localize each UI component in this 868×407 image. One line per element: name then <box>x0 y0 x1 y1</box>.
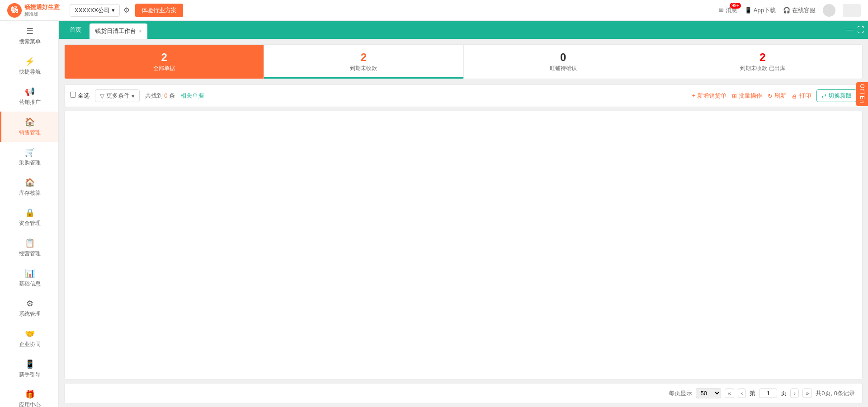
stat-tab-overdue[interactable]: 2 到期未收款 <box>264 45 463 79</box>
sidebar-label-app-center: 应用中心 <box>19 401 41 407</box>
experience-button[interactable]: 体验行业方案 <box>135 4 183 17</box>
message-button[interactable]: ✉ 消息 99+ <box>719 6 737 14</box>
sidebar-label-basic-info: 基础信息 <box>19 280 41 288</box>
batch-operation-button[interactable]: ⊞ 批量操作 <box>732 92 762 100</box>
settings-icon[interactable]: ⚙ <box>123 6 130 14</box>
toolbar-left: 全选 ▽ 更多条件 ▾ 共找到 0 条 相关单据 <box>70 89 204 102</box>
marketing-icon: 📢 <box>25 87 35 97</box>
refresh-icon: ↻ <box>768 93 773 99</box>
switch-version-button[interactable]: ⇄ 切换新版 <box>816 89 857 102</box>
sidebar-item-purchase[interactable]: 🛒 采购管理 <box>0 142 58 172</box>
tab-home[interactable]: 首页 <box>62 21 89 39</box>
new-sales-order-button[interactable]: + 新增销货单 <box>692 92 726 100</box>
select-all-label[interactable]: 全选 <box>70 92 90 100</box>
system-icon: ⚙ <box>26 299 33 309</box>
tab-active[interactable]: 钱货日清工作台 × <box>90 23 147 39</box>
total-info: 共0页, 0条记录 <box>816 389 855 398</box>
basic-info-icon: 📊 <box>25 268 35 278</box>
avatar[interactable] <box>823 4 835 17</box>
last-page-button[interactable]: » <box>802 388 812 398</box>
refresh-button[interactable]: ↻ 刷新 <box>768 92 786 100</box>
stat-num-overdue-out: 2 <box>667 51 859 64</box>
user-name-area[interactable] <box>843 4 861 17</box>
prev-page-button[interactable]: ‹ <box>738 388 746 398</box>
sidebar-label-guide: 新手引导 <box>19 371 41 379</box>
page-number-input[interactable] <box>759 388 777 398</box>
tab-bar-actions: — ⛶ <box>846 26 864 34</box>
found-count: 0 <box>164 92 167 99</box>
found-text: 共找到 0 条 <box>145 92 175 100</box>
switch-icon: ⇄ <box>821 93 826 99</box>
filter-icon: ▽ <box>100 93 104 99</box>
inventory-icon: 🏠 <box>25 178 35 187</box>
sidebar-item-sales[interactable]: 🏠 销售管理 <box>0 112 58 142</box>
select-all-checkbox[interactable] <box>70 92 76 98</box>
company-selector[interactable]: XXXXXX公司 ▾ <box>70 4 120 17</box>
tab-minimize-button[interactable]: — <box>846 26 854 34</box>
page-label-end: 页 <box>781 389 787 398</box>
sidebar-label-quick-nav: 快捷导航 <box>19 68 41 76</box>
logo: 畅 畅捷通好生意 标准版 <box>7 3 66 18</box>
filter-button[interactable]: ▽ 更多条件 ▾ <box>95 89 140 102</box>
page-size-select[interactable]: 50 20 100 <box>696 388 721 398</box>
enterprise-icon: 🤝 <box>25 329 35 339</box>
sidebar-item-enterprise[interactable]: 🤝 企业协同 <box>0 323 58 354</box>
sidebar-item-marketing[interactable]: 📢 营销推广 <box>0 81 58 112</box>
batch-icon: ⊞ <box>732 93 737 99</box>
tab-close-button[interactable]: × <box>139 28 142 34</box>
tab-bar: 首页 钱货日清工作台 × — ⛶ <box>59 21 868 39</box>
main-layout: ☰ 搜索菜单 ⚡ 快捷导航 📢 营销推广 🏠 销售管理 🛒 采购管理 🏠 库存核… <box>0 21 868 407</box>
online-service-label: 在线客服 <box>792 6 816 14</box>
message-badge: 99+ <box>730 3 741 9</box>
page-size-label: 每页显示 <box>669 389 692 398</box>
next-page-button[interactable]: › <box>790 388 798 398</box>
main-content: 首页 钱货日清工作台 × — ⛶ 2 全部单据 2 到期未收款 <box>59 21 868 407</box>
print-button[interactable]: 🖨 打印 <box>792 92 811 100</box>
app-download-button[interactable]: 📱 App下载 <box>745 6 776 14</box>
online-service-button[interactable]: 🎧 在线客服 <box>783 6 816 14</box>
message-icon: ✉ <box>719 7 724 14</box>
sidebar-label-purchase: 采购管理 <box>19 159 41 167</box>
company-name: XXXXXX公司 <box>75 6 110 14</box>
sidebar-label-system: 系统管理 <box>19 310 41 318</box>
sidebar-item-basic-info[interactable]: 📊 基础信息 <box>0 263 58 293</box>
stat-tab-overdue-out[interactable]: 2 到期未收款 已出库 <box>663 45 862 79</box>
often-tag[interactable]: OfTEn <box>856 82 868 106</box>
related-link[interactable]: 相关单据 <box>180 92 204 100</box>
stat-tab-pending[interactable]: 0 旺铺待确认 <box>464 45 663 79</box>
table-area <box>64 111 863 379</box>
tab-maximize-button[interactable]: ⛶ <box>857 26 864 34</box>
logo-sub-text: 标准版 <box>24 11 60 18</box>
stats-tabs: 2 全部单据 2 到期未收款 0 旺铺待确认 2 到期未收款 已出库 <box>64 44 863 79</box>
stat-label-all: 全部单据 <box>68 65 260 72</box>
stat-label-pending: 旺铺待确认 <box>467 65 659 72</box>
sidebar-item-operations[interactable]: 📋 经营管理 <box>0 233 58 263</box>
sidebar-label-inventory: 库存核算 <box>19 189 41 197</box>
sidebar-item-inventory[interactable]: 🏠 库存核算 <box>0 172 58 202</box>
sidebar-item-finance[interactable]: 🔒 资金管理 <box>0 202 58 233</box>
sidebar-item-system[interactable]: ⚙ 系统管理 <box>0 293 58 323</box>
print-icon: 🖨 <box>792 93 797 99</box>
filter-label: 更多条件 <box>106 92 130 100</box>
sidebar-label-finance: 资金管理 <box>19 220 41 227</box>
top-right-area: ✉ 消息 99+ 📱 App下载 🎧 在线客服 <box>719 4 861 17</box>
quick-nav-icon: ⚡ <box>25 56 35 66</box>
sidebar-label-sales: 销售管理 <box>19 129 41 136</box>
first-page-button[interactable]: « <box>725 388 734 398</box>
stat-tab-all[interactable]: 2 全部单据 <box>65 45 264 79</box>
sidebar-item-search-menu[interactable]: ☰ 搜索菜单 <box>0 21 58 51</box>
operations-icon: 📋 <box>25 238 35 248</box>
sidebar-label-marketing: 营销推广 <box>19 98 41 106</box>
finance-icon: 🔒 <box>25 208 35 218</box>
stat-num-pending: 0 <box>467 51 659 64</box>
sidebar-item-quick-nav[interactable]: ⚡ 快捷导航 <box>0 51 58 81</box>
tab-active-label: 钱货日清工作台 <box>95 27 136 35</box>
headset-icon: 🎧 <box>783 7 790 14</box>
top-bar: 畅 畅捷通好生意 标准版 XXXXXX公司 ▾ ⚙ 体验行业方案 ✉ 消息 99… <box>0 0 868 21</box>
sidebar-label-enterprise: 企业协同 <box>19 341 41 348</box>
sidebar-item-app-center[interactable]: 🎁 应用中心 <box>0 384 58 407</box>
filter-chevron-icon: ▾ <box>132 93 135 99</box>
sidebar-item-guide[interactable]: 📱 新手引导 <box>0 354 58 384</box>
stat-num-all: 2 <box>68 51 260 64</box>
sidebar: ☰ 搜索菜单 ⚡ 快捷导航 📢 营销推广 🏠 销售管理 🛒 采购管理 🏠 库存核… <box>0 21 59 407</box>
